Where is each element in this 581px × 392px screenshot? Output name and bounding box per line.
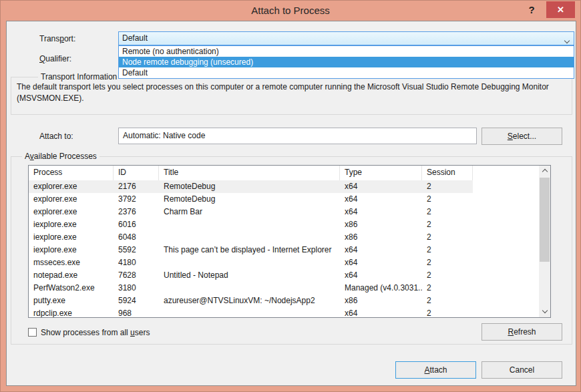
dropdown-option[interactable]: Node remote debugging (unsecured) [119,57,574,67]
table-cell: 5924 [114,295,159,307]
table-cell [159,256,340,269]
table-cell [159,218,340,231]
attach-to-label: Attach to: [39,132,73,141]
dropdown-option[interactable]: Default [119,67,574,78]
table-row[interactable]: PerfWatson2.exe3180Managed (v4.0.3031...… [29,282,550,295]
table-row[interactable]: putty.exe5924azureuser@NTVSLinuxVM: ~/No… [29,295,550,307]
transport-combobox[interactable]: Default [118,31,574,45]
show-all-users-label[interactable]: Show processes from all users [41,328,150,337]
table-cell: x86 [340,231,422,244]
table-cell: RemoteDebug [159,180,340,193]
attach-to-process-dialog: Attach to Process ? ✕ Transport: Default… [0,0,581,392]
table-cell: iexplore.exe [29,244,114,256]
close-icon[interactable]: ✕ [546,1,575,18]
table-row[interactable]: explorer.exe2176RemoteDebugx642 [29,180,550,193]
table-cell: 2376 [114,206,159,218]
table-cell: x64 [340,307,422,318]
table-row[interactable]: explorer.exe2376Charm Barx642 [29,206,550,218]
process-list[interactable]: ProcessIDTitleTypeSession explorer.exe21… [28,165,551,318]
transport-combobox-value: Default [122,33,148,43]
table-cell: RemoteDebug [159,193,340,206]
chevron-down-icon [564,38,570,43]
table-cell: Managed (v4.0.3031... [340,282,422,295]
table-cell: x64 [340,244,422,256]
table-cell: 6048 [114,231,159,244]
table-cell: 2 [422,282,473,295]
help-icon[interactable]: ? [524,1,539,19]
table-cell: 2 [422,218,473,231]
table-cell [159,231,340,244]
dialog-body: Transport: Default Remote (no authentica… [6,21,576,386]
table-row[interactable]: iexplore.exe6048x862 [29,231,550,244]
dropdown-option[interactable]: Remote (no authentication) [119,46,574,57]
table-cell: 2 [422,269,473,282]
transport-information-label: Transport Information [38,72,120,81]
scrollbar-thumb[interactable] [540,178,550,262]
table-cell [159,282,340,295]
table-cell: msseces.exe [29,256,114,269]
table-row[interactable]: rdpclip.exe968x642 [29,307,550,318]
scroll-down-icon[interactable] [539,306,550,317]
title-bar[interactable]: Attach to Process ? ✕ [1,1,580,21]
table-cell: explorer.exe [29,180,114,193]
table-cell: 4180 [114,256,159,269]
table-cell: x86 [340,218,422,231]
attach-to-field[interactable]: Automatic: Native code [118,128,477,144]
table-cell: x86 [340,295,422,307]
column-header[interactable]: Session [422,166,473,180]
attach-button[interactable]: Attach [395,361,476,379]
table-cell: 2 [422,295,473,307]
column-header[interactable]: ID [114,166,159,180]
table-cell: iexplore.exe [29,218,114,231]
table-row[interactable]: msseces.exe4180x642 [29,256,550,269]
table-cell: x64 [340,269,422,282]
transport-information-text: The default transport lets you select pr… [17,81,563,104]
table-cell: x64 [340,180,422,193]
transport-label: Transport: [39,34,75,43]
table-cell: rdpclip.exe [29,307,114,318]
table-cell: PerfWatson2.exe [29,282,114,295]
show-all-users-checkbox[interactable] [28,328,37,337]
available-processes-label: Available Processes [22,152,100,161]
transport-information-group: Transport Information The default transp… [11,77,572,115]
table-row[interactable]: iexplore.exe6016x862 [29,218,550,231]
column-header[interactable]: Title [159,166,340,180]
table-cell: explorer.exe [29,206,114,218]
table-cell: This page can’t be displayed - Internet … [159,244,340,256]
column-header[interactable]: Process [29,166,114,180]
table-cell: 2 [422,256,473,269]
vertical-scrollbar[interactable] [539,166,550,317]
table-cell [159,307,340,318]
table-cell: 2 [422,206,473,218]
cancel-button[interactable]: Cancel [481,361,562,379]
table-cell: 2 [422,231,473,244]
qualifier-label: Qualifier: [39,54,71,63]
table-cell: 3180 [114,282,159,295]
table-row[interactable]: explorer.exe3792RemoteDebugx642 [29,193,550,206]
table-cell: 7628 [114,269,159,282]
select-button[interactable]: Select... [481,128,562,145]
table-cell: azureuser@NTVSLinuxVM: ~/NodejsApp2 [159,295,340,307]
table-cell: x64 [340,193,422,206]
process-table-header: ProcessIDTitleTypeSession [29,166,550,180]
column-header[interactable]: Type [340,166,422,180]
refresh-button[interactable]: Refresh [481,323,562,341]
table-cell: 2176 [114,180,159,193]
process-table-body: explorer.exe2176RemoteDebugx642explorer.… [29,180,550,318]
table-cell: 3792 [114,193,159,206]
table-cell: iexplore.exe [29,231,114,244]
transport-dropdown[interactable]: Remote (no authentication)Node remote de… [118,45,574,79]
scroll-up-icon[interactable] [539,166,550,177]
table-cell: 968 [114,307,159,318]
table-cell: 2 [422,193,473,206]
dialog-title: Attach to Process [1,1,580,21]
table-row[interactable]: notepad.exe7628Untitled - Notepadx642 [29,269,550,282]
table-cell: 2 [422,180,473,193]
table-cell: x64 [340,206,422,218]
table-cell: x64 [340,256,422,269]
table-cell: 5592 [114,244,159,256]
table-cell: 6016 [114,218,159,231]
table-cell: notepad.exe [29,269,114,282]
table-row[interactable]: iexplore.exe5592This page can’t be displ… [29,244,550,256]
table-cell: Untitled - Notepad [159,269,340,282]
